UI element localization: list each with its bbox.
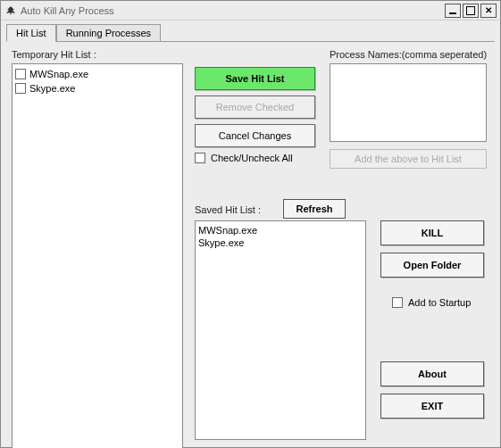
tab-underline [6, 41, 495, 42]
process-name: MWSnap.exe [29, 69, 88, 79]
maximize-button[interactable] [463, 4, 479, 18]
refresh-button[interactable]: Refresh [283, 199, 346, 219]
app-icon [4, 4, 17, 17]
remove-checked-button[interactable]: Remove Checked [195, 95, 315, 119]
tab-label: Hit List [16, 28, 46, 38]
add-to-hit-list-button[interactable]: Add the above to Hit List [330, 149, 487, 169]
tab-label: Running Processes [66, 28, 151, 38]
process-name: Skype.exe [29, 83, 75, 94]
button-label: About [418, 369, 447, 379]
kill-button[interactable]: KILL [380, 220, 484, 245]
exit-button[interactable]: EXIT [380, 394, 484, 419]
button-label: Refresh [296, 203, 333, 214]
check-all-label: Check/Uncheck All [211, 153, 293, 163]
temporary-hit-list-label: Temporary Hit List : [12, 49, 96, 60]
list-item[interactable]: Skype.exe [198, 236, 363, 249]
saved-hit-list-label: Saved Hit List : [195, 204, 261, 215]
check-uncheck-all-row: Check/Uncheck All [195, 153, 315, 163]
tab-running-processes[interactable]: Running Processes [56, 24, 161, 42]
close-button[interactable]: ✕ [480, 4, 497, 18]
save-hit-list-button[interactable]: Save Hit List [195, 67, 315, 90]
minimize-button[interactable] [445, 4, 461, 18]
saved-hit-list[interactable]: MWSnap.exe Skype.exe [195, 220, 366, 440]
list-item[interactable]: MWSnap.exe [15, 67, 180, 81]
checkbox[interactable] [15, 69, 26, 79]
hit-list-panel: Temporary Hit List : MWSnap.exe Skype.ex… [1, 42, 500, 447]
checkbox[interactable] [15, 83, 26, 94]
window-title: Auto Kill Any Process [21, 5, 445, 16]
temporary-hit-list[interactable]: MWSnap.exe Skype.exe [12, 63, 183, 448]
button-label: Open Folder [404, 260, 462, 270]
add-to-startup-label: Add to Startup [408, 297, 471, 308]
titlebar: Auto Kill Any Process ✕ [1, 1, 500, 21]
tab-hit-list[interactable]: Hit List [6, 24, 56, 42]
button-label: Cancel Changes [219, 130, 291, 141]
process-names-input[interactable] [330, 63, 487, 142]
cancel-changes-button[interactable]: Cancel Changes [195, 124, 315, 147]
about-button[interactable]: About [380, 361, 484, 386]
action-button-stack: Save Hit List Remove Checked Cancel Chan… [195, 67, 315, 163]
button-label: Save Hit List [225, 73, 284, 84]
button-label: Add the above to Hit List [355, 153, 462, 164]
list-item[interactable]: MWSnap.exe [198, 224, 363, 236]
button-label: EXIT [422, 401, 443, 411]
tab-bar: Hit List Running Processes [1, 21, 500, 42]
button-label: KILL [422, 228, 443, 238]
add-to-startup-checkbox[interactable] [392, 297, 403, 308]
list-item[interactable]: Skype.exe [15, 81, 180, 95]
process-names-label: Process Names:(comma seperated) [330, 49, 487, 60]
check-all-checkbox[interactable] [195, 153, 205, 163]
button-label: Remove Checked [216, 102, 294, 112]
add-to-startup-row: Add to Startup [392, 297, 471, 308]
open-folder-button[interactable]: Open Folder [380, 253, 484, 278]
app-window: Auto Kill Any Process ✕ Hit List Running… [0, 0, 501, 448]
